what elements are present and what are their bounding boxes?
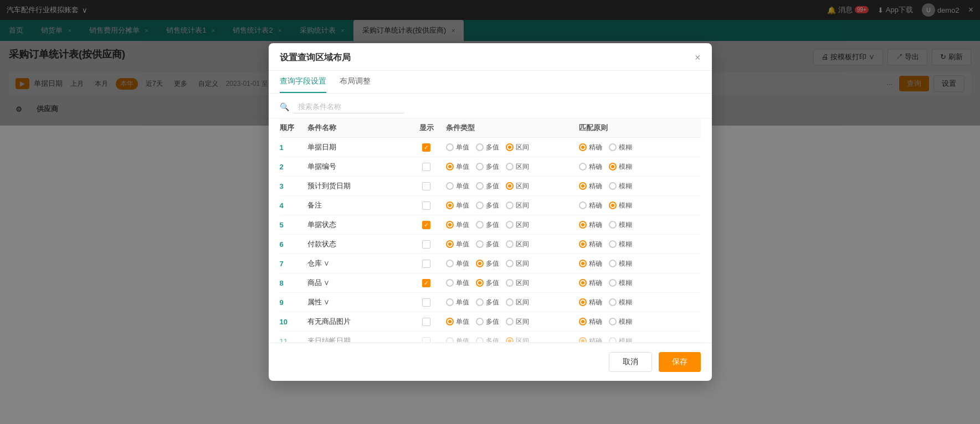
modal-search-row: 🔍	[269, 94, 712, 118]
col-condition-name: 条件名称	[307, 123, 407, 126]
search-input[interactable]	[294, 100, 404, 113]
col-display: 显示	[407, 123, 446, 126]
modal-tabs: 查询字段设置 布局调整	[269, 71, 712, 94]
tab-layout-adjust[interactable]: 布局调整	[340, 71, 371, 93]
col-condition-type: 条件类型	[446, 123, 579, 126]
modal-table-header: 顺序 条件名称 显示 条件类型 匹配原则	[280, 118, 701, 126]
modal-overlay: 设置查询区域布局 × 查询字段设置 布局调整 🔍 顺序 条件名称 显示 条件类型…	[0, 0, 980, 126]
col-order: 顺序	[280, 123, 307, 126]
search-icon: 🔍	[280, 102, 289, 111]
settings-modal: 设置查询区域布局 × 查询字段设置 布局调整 🔍 顺序 条件名称 显示 条件类型…	[269, 43, 712, 126]
modal-table: 顺序 条件名称 显示 条件类型 匹配原则 1 单据日期 单值	[269, 118, 712, 126]
modal-title: 设置查询区域布局	[280, 52, 351, 64]
col-match-rule: 匹配原则	[579, 123, 701, 126]
modal-close-btn[interactable]: ×	[695, 52, 701, 64]
modal-header: 设置查询区域布局 ×	[269, 43, 712, 71]
tab-query-fields[interactable]: 查询字段设置	[280, 71, 326, 93]
